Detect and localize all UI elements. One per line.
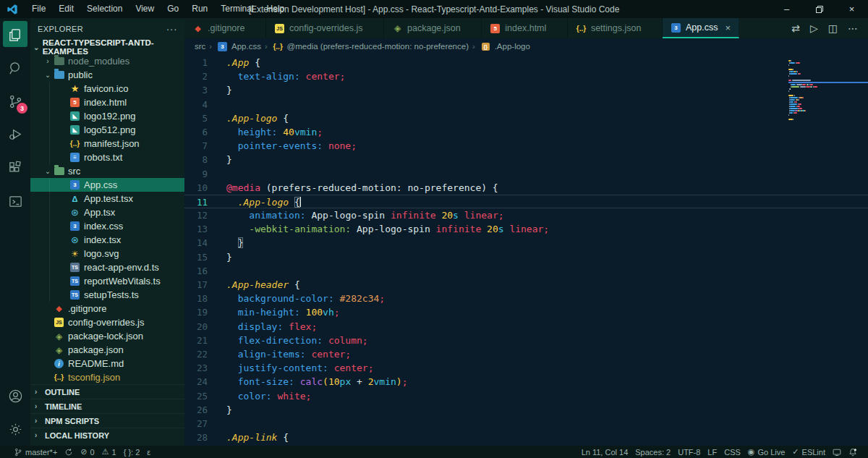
status-screen-cast[interactable] bbox=[829, 446, 845, 458]
code-line-27[interactable]: 27 bbox=[184, 417, 868, 431]
code-line-18[interactable]: 18 background-color: #282c34; bbox=[184, 292, 868, 305]
tree-root-folder[interactable]: ⌄ REACT-TYPESCRIPT-ANTD-EXAMPLES bbox=[30, 40, 184, 54]
chevron-down-icon[interactable]: ⌄ bbox=[43, 71, 52, 79]
code-line-14[interactable]: 14 } bbox=[184, 236, 868, 250]
code-line-28[interactable]: 28.App-link { bbox=[184, 431, 868, 444]
chevron-down-icon[interactable]: ⌄ bbox=[43, 167, 52, 175]
tree-item-manifest.json[interactable]: {..}manifest.json bbox=[30, 137, 184, 150]
tree-item-package.json[interactable]: ◈package.json bbox=[30, 343, 184, 357]
status-notifications[interactable] bbox=[845, 446, 861, 458]
chevron-right-icon[interactable]: › bbox=[43, 57, 52, 65]
status-errors[interactable]: ⊘0 bbox=[77, 446, 98, 458]
tree-item-index.css[interactable]: 3index.css bbox=[30, 219, 184, 233]
restore-button[interactable] bbox=[803, 0, 835, 18]
code-editor[interactable]: 1.App {2 text-align: center;3}45.App-log… bbox=[184, 54, 868, 446]
tree-item-logo.svg[interactable]: ☀logo.svg bbox=[30, 247, 184, 260]
explorer-icon[interactable] bbox=[0, 18, 30, 51]
code-line-11[interactable]: 11 .App-logo { bbox=[184, 195, 868, 208]
status-braces-count[interactable]: { }: 2 bbox=[120, 446, 144, 458]
tree-item-robots.txt[interactable]: ≡robots.txt bbox=[30, 150, 184, 164]
menu-view[interactable]: View bbox=[129, 0, 161, 18]
tree-item-package-lock.json[interactable]: ◈package-lock.json bbox=[30, 329, 184, 343]
breadcrumb-item[interactable]: @media (prefers-reduced-motion: no-prefe… bbox=[287, 42, 469, 51]
status-go-live[interactable]: ◉Go Live bbox=[744, 446, 789, 458]
tree-item-setupTests.ts[interactable]: TSsetupTests.ts bbox=[30, 288, 184, 302]
close-tab-icon[interactable]: × bbox=[725, 22, 731, 33]
code-line-17[interactable]: 17.App-header { bbox=[184, 278, 868, 292]
code-line-22[interactable]: 22 align-items: center; bbox=[184, 347, 868, 361]
tree-item-index.tsx[interactable]: ⊛index.tsx bbox=[30, 233, 184, 247]
extensions-icon[interactable] bbox=[0, 151, 30, 185]
menu-go[interactable]: Go bbox=[161, 0, 185, 18]
tree-item-favicon.ico[interactable]: ★favicon.ico bbox=[30, 82, 184, 96]
code-line-25[interactable]: 25 color: white; bbox=[184, 389, 868, 403]
more-actions-icon[interactable]: ⋯ bbox=[848, 22, 858, 34]
code-line-15[interactable]: 15} bbox=[184, 250, 868, 264]
status-encoding[interactable]: UTF-8 bbox=[674, 446, 704, 458]
account-icon[interactable] bbox=[0, 379, 30, 412]
tab-App.css[interactable]: 3App.css× bbox=[663, 18, 739, 38]
search-icon[interactable] bbox=[0, 51, 30, 85]
tab-settings.json[interactable]: {..}settings.json× bbox=[568, 18, 663, 38]
code-line-1[interactable]: 1.App { bbox=[184, 56, 868, 69]
run-icon[interactable]: ▷ bbox=[810, 22, 818, 34]
tab-package.json[interactable]: ◈package.json× bbox=[384, 18, 482, 38]
breadcrumb-item[interactable]: src bbox=[195, 42, 205, 51]
tree-item-README.md[interactable]: iREADME.md bbox=[30, 357, 184, 370]
status-warnings[interactable]: ⚠1 bbox=[98, 446, 120, 458]
menu-run[interactable]: Run bbox=[185, 0, 214, 18]
code-line-23[interactable]: 23 justify-content: center; bbox=[184, 361, 868, 375]
status-language-mode[interactable]: CSS bbox=[720, 446, 744, 458]
tree-item-tsconfig.json[interactable]: {..}tsconfig.json bbox=[30, 370, 184, 384]
tree-item-config-overrides.js[interactable]: JSconfig-overrides.js bbox=[30, 315, 184, 329]
status-indentation[interactable]: Spaces: 2 bbox=[631, 446, 674, 458]
section-timeline[interactable]: ›TIMELINE bbox=[30, 399, 184, 413]
minimize-button[interactable]: – bbox=[770, 0, 803, 18]
code-line-26[interactable]: 26} bbox=[184, 403, 868, 417]
code-line-4[interactable]: 4 bbox=[184, 98, 868, 111]
code-line-21[interactable]: 21 flex-direction: column; bbox=[184, 334, 868, 347]
code-line-6[interactable]: 6 height: 40vmin; bbox=[184, 125, 868, 139]
section-local-history[interactable]: ›LOCAL HISTORY bbox=[30, 428, 184, 442]
section-npm-scripts[interactable]: ›NPM SCRIPTS bbox=[30, 413, 184, 428]
split-editor-icon[interactable]: ◫ bbox=[828, 22, 838, 34]
section-outline[interactable]: ›OUTLINE bbox=[30, 384, 184, 399]
tree-item-react-app-env.d.ts[interactable]: TSreact-app-env.d.ts bbox=[30, 260, 184, 274]
menu-selection[interactable]: Selection bbox=[80, 0, 129, 18]
breadcrumb-item[interactable]: .App-logo bbox=[495, 42, 530, 51]
minimap[interactable] bbox=[788, 60, 830, 121]
code-line-10[interactable]: 10@media (prefers-reduced-motion: no-pre… bbox=[184, 181, 868, 195]
tree-item-index.html[interactable]: 5index.html bbox=[30, 96, 184, 109]
tree-item-src[interactable]: ⌄src bbox=[30, 164, 184, 178]
explorer-actions-icon[interactable]: ··· bbox=[166, 23, 177, 35]
code-line-24[interactable]: 24 font-size: calc(10px + 2vmin); bbox=[184, 375, 868, 389]
tree-item-.gitignore[interactable]: ◆.gitignore bbox=[30, 302, 184, 315]
status-cursor-position[interactable]: Ln 11, Col 14 bbox=[578, 446, 632, 458]
close-button[interactable]: × bbox=[835, 0, 868, 18]
code-line-8[interactable]: 8} bbox=[184, 153, 868, 166]
code-line-2[interactable]: 2 text-align: center; bbox=[184, 69, 868, 83]
code-line-19[interactable]: 19 min-height: 100vh; bbox=[184, 305, 868, 319]
tree-item-App.css[interactable]: 3App.css bbox=[30, 178, 184, 192]
status-branch[interactable]: master*+ bbox=[10, 446, 61, 458]
settings-gear-icon[interactable] bbox=[0, 412, 30, 446]
status-eol[interactable]: LF bbox=[704, 446, 720, 458]
tab-index.html[interactable]: 5index.html× bbox=[482, 18, 568, 38]
menu-edit[interactable]: Edit bbox=[52, 0, 80, 18]
code-line-12[interactable]: 12 animation: App-logo-spin infinite 20s… bbox=[184, 208, 868, 222]
status-extension-epsilon[interactable]: ε bbox=[143, 446, 154, 458]
code-line-16[interactable]: 16 bbox=[184, 264, 868, 278]
status-eslint[interactable]: ✓ESLint bbox=[788, 446, 829, 458]
tree-item-logo192.png[interactable]: ◣logo192.png bbox=[30, 109, 184, 123]
tab-config-overrides.js[interactable]: JSconfig-overrides.js× bbox=[266, 18, 384, 38]
menu-terminal[interactable]: Terminal bbox=[214, 0, 260, 18]
tree-item-node_modules[interactable]: ›node_modules bbox=[30, 54, 184, 68]
menu-help[interactable]: Help bbox=[260, 0, 292, 18]
source-control-icon[interactable]: 3 bbox=[0, 85, 30, 118]
tree-item-public[interactable]: ⌄public bbox=[30, 68, 184, 82]
code-line-7[interactable]: 7 pointer-events: none; bbox=[184, 139, 868, 153]
tree-item-App.tsx[interactable]: ⊛App.tsx bbox=[30, 205, 184, 219]
code-line-9[interactable]: 9 bbox=[184, 167, 868, 181]
tab-.gitignore[interactable]: ◆.gitignore× bbox=[184, 18, 266, 38]
menu-file[interactable]: File bbox=[25, 0, 52, 18]
